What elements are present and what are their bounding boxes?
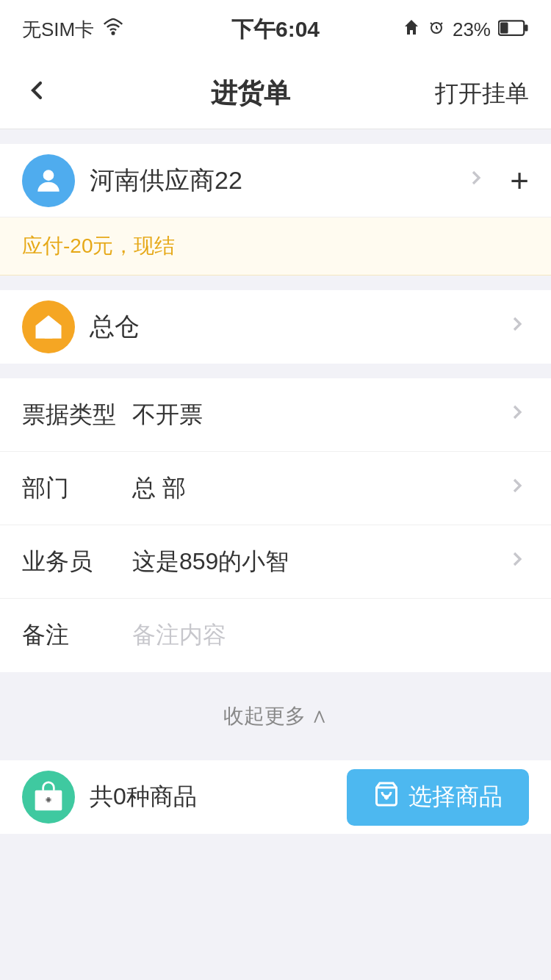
location-icon [403, 18, 420, 41]
status-right: 23% [403, 18, 529, 41]
status-bar: 无SIM卡 下午6:04 23% [0, 0, 551, 59]
supplier-row[interactable]: 河南供应商22 + [0, 144, 551, 217]
invoice-type-label: 票据类型 [22, 399, 125, 431]
page-title: 进货单 [211, 76, 290, 112]
wifi-icon [103, 17, 123, 43]
supplier-section: 河南供应商22 + 应付-20元，现结 [0, 144, 551, 275]
notice-banner: 应付-20元，现结 [0, 217, 551, 275]
remark-input[interactable]: 备注内容 [125, 619, 529, 652]
invoice-type-value: 不开票 [125, 399, 505, 431]
add-supplier-button[interactable]: + [510, 162, 529, 199]
open-pending-button[interactable]: 打开挂单 [435, 78, 529, 110]
battery-icon [498, 18, 529, 41]
remark-row[interactable]: 备注 备注内容 [0, 599, 551, 672]
department-value: 总 部 [125, 472, 505, 505]
status-time: 下午6:04 [231, 15, 320, 45]
svg-marker-1 [405, 20, 418, 35]
supplier-chevron-icon [464, 165, 488, 196]
status-left: 无SIM卡 [22, 17, 123, 43]
product-icon [22, 771, 75, 824]
invoice-type-chevron-icon [505, 400, 529, 430]
section-divider-1 [0, 129, 551, 144]
svg-rect-7 [45, 330, 53, 339]
department-row[interactable]: 部门 总 部 [0, 452, 551, 525]
select-product-button[interactable]: 选择商品 [347, 769, 529, 826]
collapse-label: 收起更多 ∧ [223, 702, 328, 730]
cart-icon [373, 781, 400, 814]
salesman-chevron-icon [505, 547, 529, 577]
svg-rect-4 [500, 22, 508, 33]
salesman-row[interactable]: 业务员 这是859的小智 [0, 525, 551, 599]
svg-point-6 [43, 170, 54, 181]
warehouse-section: 总仓 [0, 290, 551, 364]
invoice-type-row[interactable]: 票据类型 不开票 [0, 378, 551, 452]
warehouse-icon [22, 300, 75, 353]
department-chevron-icon [505, 473, 529, 504]
salesman-label: 业务员 [22, 546, 125, 578]
supplier-name: 河南供应商22 [90, 164, 464, 198]
form-section: 票据类型 不开票 部门 总 部 业务员 这是859的小智 备注 备注内容 [0, 378, 551, 672]
remark-label: 备注 [22, 619, 125, 652]
battery-label: 23% [453, 18, 491, 41]
collapse-row[interactable]: 收起更多 ∧ [0, 687, 551, 746]
warehouse-chevron-icon [505, 311, 529, 342]
back-button[interactable] [22, 76, 66, 112]
bottom-bar: 共0种商品 选择商品 [0, 760, 551, 834]
warehouse-row[interactable]: 总仓 [0, 290, 551, 364]
department-label: 部门 [22, 472, 125, 505]
select-product-label: 选择商品 [408, 781, 503, 813]
bottom-content-area [0, 834, 551, 980]
product-count-label: 共0种商品 [90, 781, 347, 813]
section-divider-2 [0, 275, 551, 290]
carrier-label: 无SIM卡 [22, 17, 94, 43]
warehouse-name: 总仓 [90, 310, 505, 344]
salesman-value: 这是859的小智 [125, 546, 505, 578]
alarm-icon [428, 18, 445, 41]
supplier-avatar [22, 154, 75, 207]
nav-bar: 进货单 打开挂单 [0, 59, 551, 129]
svg-rect-5 [525, 24, 528, 31]
svg-point-0 [112, 32, 115, 34]
